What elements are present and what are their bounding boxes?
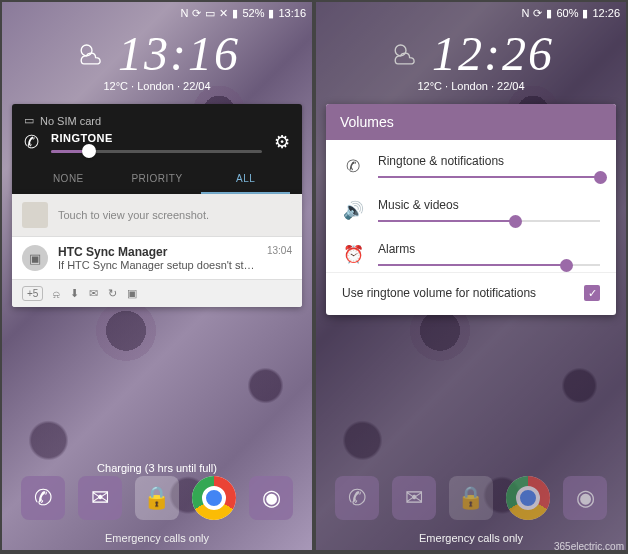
chrome-app-icon[interactable] bbox=[192, 476, 236, 520]
svg-point-1 bbox=[395, 45, 406, 56]
ringtone-panel: ▭ No SIM card ✆ RINGTONE ⚙ NONE PRIORITY… bbox=[12, 104, 302, 194]
screenshot-notification[interactable]: Touch to view your screenshot. bbox=[12, 194, 302, 237]
weather-partly-cloudy-icon bbox=[388, 40, 424, 68]
ringtone-slider[interactable] bbox=[51, 150, 262, 153]
status-bar: N ⟳ ▮ 60% ▮ 12:26 bbox=[316, 2, 626, 24]
messages-app-icon[interactable]: ✉ bbox=[78, 476, 122, 520]
download-icon: ⬇ bbox=[70, 287, 79, 300]
battery-icon: ▮ bbox=[582, 7, 588, 20]
alarm-volume-label: Alarms bbox=[378, 242, 600, 256]
link-volumes-row[interactable]: Use ringtone volume for notifications ✓ bbox=[326, 272, 616, 315]
link-volumes-label: Use ringtone volume for notifications bbox=[342, 286, 536, 300]
mail-icon: ✉ bbox=[89, 287, 98, 300]
screenshot-thumb-icon bbox=[22, 202, 48, 228]
messages-app-icon[interactable]: ✉ bbox=[392, 476, 436, 520]
notification-title: HTC Sync Manager bbox=[58, 245, 257, 259]
weather-partly-cloudy-icon bbox=[74, 40, 110, 68]
lock-icon[interactable]: 🔒 bbox=[449, 476, 493, 520]
media-volume-label: Music & videos bbox=[378, 198, 600, 212]
chrome-app-icon[interactable] bbox=[506, 476, 550, 520]
alarm-volume-slider[interactable] bbox=[378, 264, 600, 266]
lock-icon[interactable]: 🔒 bbox=[135, 476, 179, 520]
clock-time: 13:16 bbox=[118, 30, 240, 78]
weather-info: 12°C · London · 22/04 bbox=[2, 80, 312, 92]
signal-icon: ▮ bbox=[232, 7, 238, 20]
more-count[interactable]: +5 bbox=[22, 286, 43, 301]
media-volume-row: 🔊 Music & videos bbox=[326, 184, 616, 228]
slider-thumb[interactable] bbox=[509, 215, 522, 228]
battery-icon: ▮ bbox=[268, 7, 274, 20]
slider-thumb[interactable] bbox=[594, 171, 607, 184]
svg-point-0 bbox=[81, 45, 92, 56]
clock-time: 12:26 bbox=[432, 30, 554, 78]
phone-screenshot-right: N ⟳ ▮ 60% ▮ 12:26 12:26 12°C · London · … bbox=[316, 2, 626, 550]
notification-footer[interactable]: +5 ⍾ ⬇ ✉ ↻ ▣ bbox=[12, 280, 302, 307]
tab-none[interactable]: NONE bbox=[24, 165, 113, 194]
battery-text: 60% bbox=[556, 7, 578, 19]
ringtone-slider-thumb[interactable] bbox=[82, 144, 96, 158]
phone-ring-icon: ✆ bbox=[24, 131, 39, 153]
phone-app-icon[interactable]: ✆ bbox=[335, 476, 379, 520]
refresh-icon: ↻ bbox=[108, 287, 117, 300]
weather-info: 12°C · London · 22/04 bbox=[316, 80, 626, 92]
ringtone-volume-label: Ringtone & notifications bbox=[378, 154, 600, 168]
battery-text: 52% bbox=[242, 7, 264, 19]
camera-app-icon[interactable]: ◉ bbox=[563, 476, 607, 520]
status-time: 13:16 bbox=[278, 7, 306, 19]
usb-icon: ⍾ bbox=[53, 288, 60, 300]
media-volume-slider[interactable] bbox=[378, 220, 600, 222]
charging-status: Charging (3 hrs until full) bbox=[2, 462, 312, 474]
htc-sync-notification[interactable]: ▣ HTC Sync Manager If HTC Sync Manager s… bbox=[12, 237, 302, 280]
sim-icon: ▭ bbox=[24, 114, 34, 127]
status-time: 12:26 bbox=[592, 7, 620, 19]
dock: ✆ ✉ 🔒 ◉ bbox=[316, 476, 626, 520]
clock-widget[interactable]: 12:26 12°C · London · 22/04 bbox=[316, 24, 626, 96]
phone-screenshot-left: N ⟳ ▭ ✕ ▮ 52% ▮ 13:16 13:16 12°C · Londo… bbox=[2, 2, 312, 550]
notification-time: 13:04 bbox=[267, 245, 292, 256]
volumes-header: Volumes bbox=[326, 104, 616, 140]
no-signal-icon: ✕ bbox=[219, 7, 228, 20]
alarm-clock-icon: ⏰ bbox=[342, 244, 364, 265]
interruption-tabs: NONE PRIORITY ALL bbox=[24, 165, 290, 194]
slider-thumb[interactable] bbox=[560, 259, 573, 272]
sd-icon: ▭ bbox=[205, 7, 215, 20]
dock: ✆ ✉ 🔒 ◉ bbox=[2, 476, 312, 520]
tab-all[interactable]: ALL bbox=[201, 165, 290, 194]
notification-body: If HTC Sync Manager setup doesn't start … bbox=[58, 259, 257, 271]
emergency-text[interactable]: Emergency calls only bbox=[2, 532, 312, 544]
nfc-icon: N bbox=[521, 7, 529, 19]
tab-priority[interactable]: PRIORITY bbox=[113, 165, 202, 194]
settings-gear-icon[interactable]: ⚙ bbox=[274, 131, 290, 153]
alarm-volume-row: ⏰ Alarms bbox=[326, 228, 616, 272]
nfc-icon: N bbox=[180, 7, 188, 19]
speaker-icon: 🔊 bbox=[342, 200, 364, 221]
watermark: 365electric.com bbox=[554, 541, 624, 552]
signal-icon: ▮ bbox=[546, 7, 552, 20]
camera-app-icon[interactable]: ◉ bbox=[249, 476, 293, 520]
sync-icon: ⟳ bbox=[533, 7, 542, 20]
picture-icon: ▣ bbox=[127, 287, 137, 300]
link-volumes-checkbox[interactable]: ✓ bbox=[584, 285, 600, 301]
phone-ring-icon: ✆ bbox=[342, 156, 364, 177]
ringtone-volume-row: ✆ Ringtone & notifications bbox=[326, 140, 616, 184]
phone-app-icon[interactable]: ✆ bbox=[21, 476, 65, 520]
ringtone-volume-slider[interactable] bbox=[378, 176, 600, 178]
volumes-panel: Volumes ✆ Ringtone & notifications 🔊 Mus… bbox=[326, 104, 616, 315]
sync-app-icon: ▣ bbox=[22, 245, 48, 271]
notification-shade[interactable]: Touch to view your screenshot. ▣ HTC Syn… bbox=[12, 194, 302, 307]
no-sim-row: ▭ No SIM card bbox=[24, 114, 290, 127]
sync-icon: ⟳ bbox=[192, 7, 201, 20]
clock-widget[interactable]: 13:16 12°C · London · 22/04 bbox=[2, 24, 312, 96]
ringtone-label: RINGTONE bbox=[51, 132, 262, 144]
status-bar: N ⟳ ▭ ✕ ▮ 52% ▮ 13:16 bbox=[2, 2, 312, 24]
